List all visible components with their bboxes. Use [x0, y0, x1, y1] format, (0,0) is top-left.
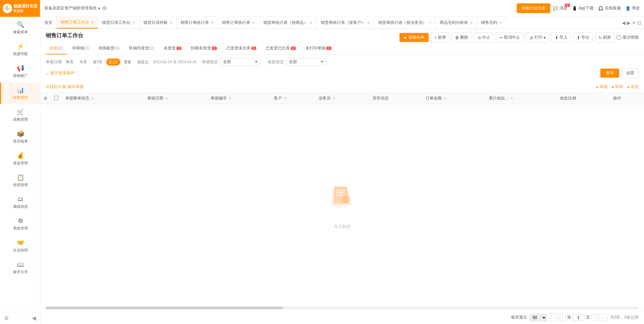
per-page-select[interactable]: 50 10 20 100 — [530, 314, 547, 321]
sidebar-item-quick-nav[interactable]: ⚡快捷导航 — [0, 39, 40, 60]
subtab-pending-review[interactable]: 待审核(0) — [68, 43, 93, 54]
solution-button[interactable]: 体验行业方案 — [517, 3, 550, 13]
col-customer[interactable]: 客户 ⇅ — [270, 93, 315, 104]
tab-nav-expand[interactable]: ⊡ — [637, 20, 641, 26]
review-dot: ● — [596, 85, 598, 89]
subtab-shipped-out[interactable]: 已发货已出库0 — [262, 43, 300, 54]
tab-nav-next[interactable]: ▶ — [627, 20, 631, 26]
date-btn-昨天[interactable]: 昨天 — [64, 58, 76, 66]
sidebar-item-operations[interactable]: 📋经营管理 — [0, 170, 40, 192]
tab-close-sales-profit[interactable]: ✕ — [499, 21, 502, 25]
enterprise-icon: 🤝 — [17, 239, 24, 246]
date-btn-近7天[interactable]: 近7天 — [91, 58, 105, 66]
tab-close-cash-reconcile[interactable]: ✕ — [170, 21, 172, 25]
filter-setting-button[interactable]: 设置 — [622, 68, 639, 78]
subtab-not-shipped[interactable]: 未发货0 — [160, 43, 186, 54]
tab-close-goods-margin[interactable]: ✕ — [470, 21, 473, 25]
online-service-item[interactable]: 🎧 在线客服 — [598, 5, 621, 11]
sidebar-collapse-icon[interactable]: ◀ — [32, 315, 36, 321]
page-input[interactable] — [572, 314, 585, 321]
date-btn-近1月[interactable]: 近1月 — [106, 58, 120, 66]
col-settings[interactable]: ⚙ — [40, 93, 51, 104]
subtab-shop-pending[interactable]: 旺铺待发货(0) — [125, 43, 158, 54]
tab-sales-customer[interactable]: 销货单统计表（按客户）✕ — [317, 17, 374, 29]
cancel-stop-button[interactable]: ↩ 取消中止 — [496, 33, 524, 42]
tab-sales-profit[interactable]: 销售毛利✕ — [477, 17, 506, 29]
refresh-button[interactable]: ↻ 刷新 — [595, 33, 615, 42]
sidebar-item-basic-info[interactable]: 🗂基础信息 — [0, 192, 40, 213]
review-action[interactable]: ● 审核 — [596, 84, 607, 90]
horizontal-scrollbar[interactable] — [40, 305, 644, 311]
export-button[interactable]: ⬆ 导出 — [573, 33, 593, 42]
next-page-button[interactable]: › — [591, 314, 597, 321]
first-page-button[interactable]: 《 — [550, 314, 558, 321]
smart-create-button[interactable]: ★ 智能生单 — [399, 33, 429, 42]
payment-select[interactable]: 全部 — [286, 58, 326, 66]
tab-sales-order[interactable]: 销售订单工作台✕ — [57, 17, 98, 29]
tab-sales-goods[interactable]: 销货单统计表（按商品）✕ — [259, 17, 317, 29]
subtab-pending-check[interactable]: 待拣验货(0) — [94, 43, 124, 54]
date-btn-更多[interactable]: 更多 — [122, 58, 134, 66]
sidebar-settings-icon[interactable]: ⚙ — [4, 315, 9, 321]
tab-nav-prev[interactable]: ◀ — [622, 20, 626, 26]
status-select[interactable]: 全部 — [220, 58, 260, 66]
col-checkbox[interactable] — [51, 93, 62, 104]
app-download-item[interactable]: 📱 App下载 — [572, 5, 594, 11]
col-date[interactable]: 单据日期 ⇅ — [144, 93, 207, 104]
ship-action[interactable]: ● 发货 — [627, 84, 639, 90]
tab-sales-exec[interactable]: 销售订单执行表✕ — [218, 17, 259, 29]
date-btn-今天[interactable]: 今天 — [77, 58, 89, 66]
show-detail-checkbox[interactable]: 显示明细 — [617, 35, 639, 40]
select-all-checkbox[interactable] — [54, 96, 58, 100]
pagination: 每页显示 50 10 20 100 《 ‹ 第 页 › 》 共0页，0条记录 — [40, 311, 644, 324]
tab-close-sales-exec[interactable]: ✕ — [252, 21, 255, 25]
sidebar-item-inventory[interactable]: 📦库存核算 — [0, 126, 40, 148]
delete-button[interactable]: 🗑 删除 — [452, 33, 472, 42]
sidebar-item-purchase[interactable]: 🛒采购管理 — [0, 104, 40, 126]
sidebar-item-marketing[interactable]: 📢营销推广 — [0, 60, 40, 82]
tab-close-sales-staff[interactable]: ✕ — [429, 21, 431, 25]
add-button[interactable]: + 新增 — [431, 33, 449, 42]
query-button[interactable]: 查询 — [600, 69, 619, 78]
topbar-gear-icon[interactable]: ⚙ — [102, 5, 107, 11]
system-title[interactable]: 装备及固定资产辅助管理系统 ▾ — [44, 5, 100, 11]
tab-nav-close[interactable]: ✕ — [632, 20, 636, 26]
expand-filter-button[interactable]: ⌄ 展开更多条件 — [46, 70, 75, 76]
date-btn-自定义[interactable]: 自定义 — [135, 58, 151, 66]
subtab-shipped-not-out[interactable]: 已发货未出库0 — [222, 43, 261, 54]
tab-close-cash-daily[interactable]: ✕ — [132, 21, 135, 25]
col-number[interactable]: 单据编号 ⇅ — [207, 93, 271, 104]
sidebar-item-search[interactable]: 🔍搜索菜单 — [0, 17, 40, 39]
prev-page-button[interactable]: ‹ — [560, 314, 566, 321]
import-button[interactable]: ⬇ 导入 — [551, 33, 571, 42]
tab-close-sales-stat[interactable]: ✕ — [211, 21, 214, 25]
sidebar-item-system[interactable]: ⚙系统管理 — [0, 213, 40, 235]
col-staff[interactable]: 业务员 ⇅ — [315, 93, 369, 104]
tab-home[interactable]: 首页 — [40, 17, 57, 29]
sidebar-item-sales[interactable]: 📊销售管理 — [0, 82, 40, 104]
subtab-all[interactable]: 全部(0) — [46, 43, 67, 54]
stop-button[interactable]: ⊘ 中止 — [474, 33, 494, 42]
tab-close-sales-order[interactable]: ✕ — [91, 21, 94, 24]
filter-row-1: 单据日期 昨天今天近7天近1月更多自定义 2023-02-24 至 2023-0… — [46, 58, 639, 66]
sidebar-item-finance[interactable]: 💰资金管理 — [0, 148, 40, 170]
col-amount[interactable]: 订单金额 ⇅ — [422, 93, 486, 104]
user-item[interactable]: 👤 用友 — [626, 5, 640, 11]
cancel-review-action[interactable]: ● 弃审 — [612, 84, 623, 90]
message-icon-item[interactable]: 💬 6 消息 — [553, 5, 567, 11]
last-page-button[interactable]: 》 — [599, 314, 607, 321]
subtab-overdue-ship[interactable]: 到期未发货0 — [187, 43, 221, 54]
tab-goods-margin[interactable]: 商品毛利分析表✕ — [436, 17, 477, 29]
tab-cash-reconcile[interactable]: 钱货日清对账✕ — [139, 17, 177, 29]
sidebar-item-enterprise[interactable]: 🤝企业协同 — [0, 235, 40, 257]
tab-close-sales-customer[interactable]: ✕ — [367, 21, 370, 25]
tab-sales-staff[interactable]: 销货单统计表（按业务员）✕ — [374, 17, 436, 29]
col-received[interactable]: 累计收款... ⇅ — [485, 93, 557, 104]
sidebar-item-guide[interactable]: 📖新手引导 — [0, 257, 40, 279]
tab-cash-daily[interactable]: 钱货日清工作台✕ — [98, 17, 139, 29]
tab-sales-stat[interactable]: 销售订单统计表✕ — [177, 17, 218, 29]
print-button[interactable]: 🖨 打印 ▾ — [526, 33, 549, 42]
tab-close-sales-goods[interactable]: ✕ — [310, 21, 312, 25]
col-status[interactable]: 单据整体状态 ⇅ — [62, 93, 144, 104]
subtab-not-printed[interactable]: 未打印单据0 — [301, 43, 336, 54]
